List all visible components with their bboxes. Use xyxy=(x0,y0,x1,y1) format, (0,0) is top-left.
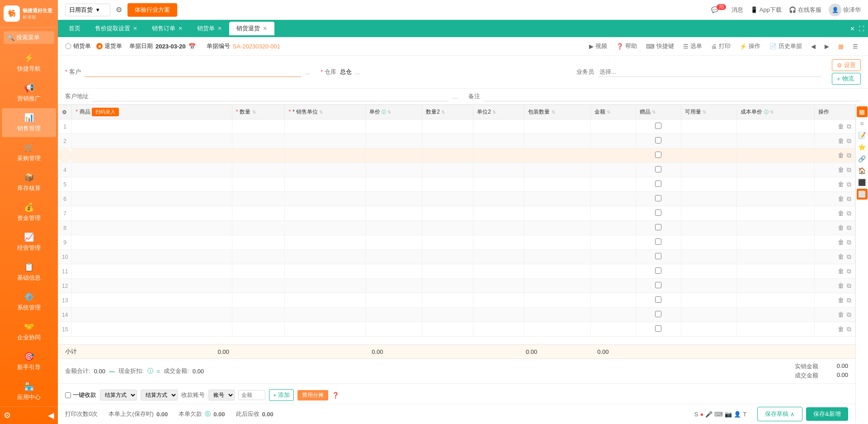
gift-cell[interactable] xyxy=(636,119,681,134)
eq-icon[interactable]: = xyxy=(157,368,160,375)
setting-button[interactable]: ⚙ 设置 xyxy=(832,59,861,71)
gift-checkbox[interactable] xyxy=(655,267,661,274)
delete-row-icon[interactable]: 🗑 xyxy=(838,181,844,188)
delete-row-icon[interactable]: 🗑 xyxy=(838,210,844,217)
sidebar-item-finance[interactable]: 💰 资金管理 xyxy=(2,198,56,227)
delete-row-icon[interactable]: 🗑 xyxy=(838,238,844,246)
rs-list-view-btn[interactable]: ≡ xyxy=(857,118,868,129)
gift-cell[interactable] xyxy=(636,134,681,148)
delete-row-icon[interactable]: 🗑 xyxy=(838,253,844,261)
copy-row-icon[interactable]: ⧉ xyxy=(847,224,851,232)
qty-cell[interactable] xyxy=(232,134,285,148)
gift-checkbox[interactable] xyxy=(655,195,661,201)
sidebar-item-appstore[interactable]: 🏪 应用中心 xyxy=(2,377,56,406)
gift-checkbox-active[interactable] xyxy=(655,152,661,158)
cost-sort-icon[interactable]: ⇅ xyxy=(770,110,774,114)
qty-sort-icon[interactable]: ⇅ xyxy=(252,110,256,114)
copy-row-icon[interactable]: ⧉ xyxy=(847,181,851,188)
save-new-button[interactable]: 保存&新增 xyxy=(806,407,848,421)
fee-split-button[interactable]: 费用分摊 xyxy=(297,390,328,400)
delete-row-icon[interactable]: 🗑 xyxy=(838,166,844,174)
th-gear[interactable]: ⚙ xyxy=(58,105,72,119)
pkgqty-cell[interactable] xyxy=(524,134,590,148)
radio-return-doc[interactable]: 退货单 xyxy=(96,42,122,50)
delete-row-icon[interactable]: 🗑 xyxy=(838,267,844,275)
copy-row-icon[interactable]: ⧉ xyxy=(847,152,851,159)
shortcut-action[interactable]: ⌨ 快捷键 xyxy=(643,41,677,52)
prev-page-action[interactable]: ◀ xyxy=(808,42,818,51)
radio-sale-doc[interactable]: 销货单 xyxy=(65,42,91,50)
person-icon[interactable]: 👤 xyxy=(734,411,741,418)
unit2-cell[interactable] xyxy=(473,119,524,134)
calc-method-select[interactable]: 结算方式 xyxy=(141,390,178,400)
amount-sort-icon[interactable]: ⇅ xyxy=(607,110,610,114)
gift-checkbox[interactable] xyxy=(655,181,661,187)
scan-input-button[interactable]: 扫码录入 xyxy=(92,108,119,116)
add-fee-button[interactable]: + 添加 xyxy=(269,389,294,401)
delete-row-icon[interactable]: 🗑 xyxy=(838,123,844,130)
rs-scan-btn[interactable]: ⬛ xyxy=(857,177,868,188)
rs-link-btn[interactable]: 🔗 xyxy=(857,153,868,164)
pkgqty-cell[interactable] xyxy=(524,119,590,134)
amount-cell-active[interactable] xyxy=(590,148,636,163)
cost-cell-active[interactable] xyxy=(737,148,815,163)
qty-cell-active[interactable] xyxy=(232,148,285,163)
warehouse-select-icon[interactable]: ... xyxy=(355,69,360,76)
history-action[interactable]: 📄 历史单据 xyxy=(767,41,805,52)
price-sort-icon[interactable]: ⇅ xyxy=(387,110,391,114)
unit-sort-icon[interactable]: ⇅ xyxy=(319,110,323,114)
sidebar-item-inventory[interactable]: 📦 库存核算 xyxy=(2,168,56,197)
help-cash-icon[interactable]: ⓘ xyxy=(147,367,153,375)
gift-checkbox[interactable] xyxy=(655,210,661,216)
search-menu-button[interactable]: 🔍 搜索菜单 xyxy=(4,31,54,44)
avail-cell[interactable] xyxy=(681,134,736,148)
delete-row-icon[interactable]: 🗑 xyxy=(838,282,844,290)
one-key-pay-checkbox[interactable] xyxy=(65,392,71,398)
sidebar-item-quick-nav[interactable]: ⚡ 快捷导航 xyxy=(2,48,56,77)
next-page-action[interactable]: ▶ xyxy=(822,42,832,51)
price-cell[interactable] xyxy=(365,134,422,148)
avail-sort-icon[interactable]: ⇅ xyxy=(703,110,706,114)
tab-close-sales-return[interactable]: ✕ xyxy=(263,25,267,32)
table-wrapper[interactable]: ⚙ 商品 扫码录入 数量 ⇅ * 销售单位 ⇅ 单价 ⓘ ⇅ 数量2 ⇅ 单位2… xyxy=(58,105,855,344)
collapse-sidebar-button[interactable]: ◀ xyxy=(48,410,54,420)
delete-row-icon[interactable]: 🗑 xyxy=(838,137,844,145)
product-cell-active[interactable] xyxy=(72,148,232,163)
rs-home-btn[interactable]: 🏠 xyxy=(857,165,868,176)
gift-checkbox[interactable] xyxy=(655,282,661,288)
tab-sales-return[interactable]: 销货退货 ✕ xyxy=(229,22,274,35)
customer-input[interactable] xyxy=(85,67,302,77)
rs-active-panel-btn[interactable]: ⬜ xyxy=(857,189,868,200)
address-input[interactable] xyxy=(92,91,449,101)
tab-close-sales-order[interactable]: ✕ xyxy=(178,25,183,32)
delete-row-icon[interactable]: 🗑 xyxy=(838,325,844,333)
one-key-pay-label[interactable]: 一键收款 xyxy=(65,391,96,399)
delete-row-icon[interactable]: 🗑 xyxy=(838,224,844,232)
copy-row-icon[interactable]: ⧉ xyxy=(847,137,851,145)
header-gear-icon[interactable]: ⚙ xyxy=(116,5,122,14)
copy-row-icon[interactable]: ⧉ xyxy=(847,296,851,304)
camera-icon[interactable]: 📷 xyxy=(725,411,732,418)
account-select[interactable]: 账号 xyxy=(208,390,235,400)
copy-row-icon[interactable]: ⧉ xyxy=(847,267,851,275)
tab-home[interactable]: 首页 xyxy=(61,22,88,35)
question-icon[interactable]: ❓ xyxy=(332,392,339,399)
list-view-action[interactable]: ☰ xyxy=(850,42,861,51)
tab-sales-delivery[interactable]: 销货单 ✕ xyxy=(190,22,229,35)
copy-row-icon[interactable]: ⧉ xyxy=(847,123,851,130)
keyboard2-icon[interactable]: ⌨ xyxy=(714,411,723,418)
address-select-icon[interactable]: ... xyxy=(453,93,458,100)
cost-cell[interactable] xyxy=(737,119,815,134)
avail-cell[interactable] xyxy=(681,119,736,134)
calendar-icon[interactable]: 📅 xyxy=(189,43,196,50)
try-solution-button[interactable]: 体验行业方案 xyxy=(127,3,177,17)
unit-cell-active[interactable] xyxy=(285,148,365,163)
gift-checkbox[interactable] xyxy=(655,253,661,259)
user-menu[interactable]: 👤 徐泽华 xyxy=(829,4,861,16)
qty-cell[interactable] xyxy=(232,119,285,134)
avail-cell-active[interactable] xyxy=(681,148,736,163)
sidebar-item-sales[interactable]: 📊 销售管理 xyxy=(2,108,56,137)
gift-cell-active[interactable] xyxy=(636,148,681,163)
staff-input[interactable] xyxy=(598,67,821,77)
maximize-icon[interactable]: ⛶ xyxy=(859,25,864,32)
